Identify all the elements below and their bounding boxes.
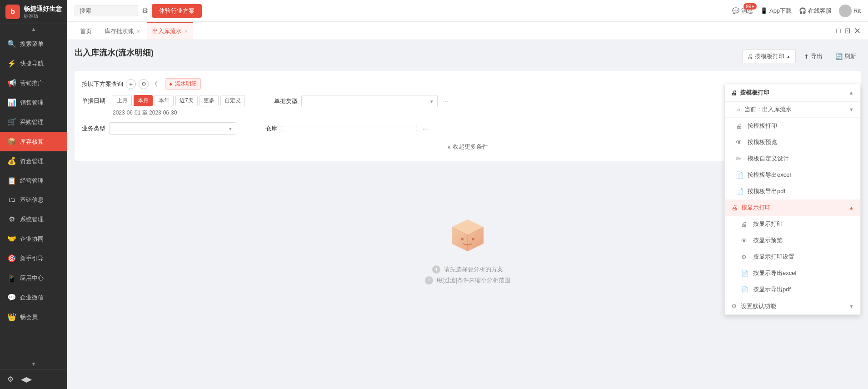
sidebar-item-weixin[interactable]: 💬 企业微信 bbox=[0, 288, 67, 307]
date-btn-last-month[interactable]: 上月 bbox=[113, 95, 132, 106]
display-print-icon: 🖨 bbox=[731, 204, 738, 211]
app-download-label: App下载 bbox=[769, 7, 792, 15]
tab-fullscreen-icon[interactable]: ⊡ bbox=[844, 26, 850, 35]
tab-restore-icon[interactable]: □ bbox=[836, 27, 841, 35]
user-avatar-area[interactable]: Rit bbox=[839, 5, 861, 17]
tabs-bar: 首页 库存批次账 × 出入库流水 × □ ⊡ ✕ bbox=[67, 22, 868, 40]
tab-inventory-flow[interactable]: 出入库流水 × bbox=[147, 22, 193, 40]
help-icon[interactable]: ◀▶ bbox=[21, 375, 32, 384]
sidebar-item-sales[interactable]: 📊 销售管理 bbox=[0, 93, 67, 112]
tab-inventory-flow-close-icon[interactable]: × bbox=[185, 29, 187, 34]
date-filter-group: 上月 本月 本年 近7天 更多 自定义 2023-06-01 至 2023-06… bbox=[113, 95, 245, 117]
warehouse-input[interactable] bbox=[281, 126, 417, 131]
dropdown-template-export-excel[interactable]: 📄 按模板导出excel bbox=[725, 167, 860, 183]
refresh-button[interactable]: 🔄 刷新 bbox=[831, 50, 861, 63]
sidebar-item-inventory[interactable]: 📦 库存核算 bbox=[0, 132, 67, 151]
tab-close-page-icon[interactable]: ✕ bbox=[854, 26, 861, 36]
doc-type-select[interactable] bbox=[301, 95, 438, 107]
sidebar-scroll-down[interactable]: ▼ bbox=[0, 359, 67, 369]
sidebar-item-enterprise[interactable]: 🤝 企业协同 bbox=[0, 229, 67, 249]
dropdown-display-print[interactable]: 🖨 按显示打印 bbox=[725, 216, 860, 232]
date-btn-this-year[interactable]: 本年 bbox=[155, 95, 174, 106]
tab-batch-account-label: 库存批次账 bbox=[105, 27, 134, 35]
warehouse-more-btn[interactable]: ··· bbox=[423, 125, 428, 132]
guide-icon: 🎯 bbox=[7, 254, 16, 263]
dropdown-display-export-excel[interactable]: 📄 按显示导出excel bbox=[725, 265, 860, 281]
sidebar-item-quick-nav[interactable]: ⚡ 快捷导航 bbox=[0, 54, 67, 73]
user-avatar bbox=[839, 5, 852, 17]
scroll-down-btn[interactable]: ▼ bbox=[31, 361, 36, 367]
refresh-label: 刷新 bbox=[844, 52, 856, 60]
quick-nav-icon: ⚡ bbox=[7, 59, 16, 68]
filter-collapse-button[interactable]: 《 bbox=[151, 80, 158, 88]
active-filter-tag: ● 流水明细 bbox=[165, 78, 201, 90]
dropdown-template-preview[interactable]: 👁 按模板预览 bbox=[725, 134, 860, 150]
biz-type-select-wrapper bbox=[109, 122, 236, 135]
collapse-button[interactable]: ∧ 收起更多条件 bbox=[447, 140, 488, 154]
dropdown-display-export-pdf[interactable]: 📄 按显示导出pdf bbox=[725, 281, 860, 298]
message-action[interactable]: 💬 消息 99+ bbox=[732, 7, 753, 15]
footer-chevron-down-icon: ▼ bbox=[849, 304, 854, 309]
filter-search-label: 按以下方案查询 + ⚙ 《 bbox=[82, 79, 158, 89]
app-download-action[interactable]: 📱 App下载 bbox=[760, 7, 792, 15]
sidebar-item-apps[interactable]: 📱 应用中心 bbox=[0, 268, 67, 288]
doc-type-select-wrapper bbox=[301, 95, 438, 107]
purchase-icon: 🛒 bbox=[7, 118, 16, 126]
date-btn-this-month[interactable]: 本月 bbox=[134, 95, 153, 106]
dropdown-display-preview[interactable]: 👁 按显示预览 bbox=[725, 232, 860, 249]
filter-add-button[interactable]: + bbox=[126, 79, 136, 89]
template-excel-icon: 📄 bbox=[736, 171, 744, 179]
online-service-action[interactable]: 🎧 在线客服 bbox=[799, 7, 832, 15]
sidebar-item-vip[interactable]: 👑 畅会员 bbox=[0, 307, 67, 327]
basic-icon: 🗂 bbox=[7, 196, 16, 204]
search-input[interactable] bbox=[75, 5, 138, 16]
date-btn-custom[interactable]: 自定义 bbox=[220, 95, 245, 106]
dropdown-display-print-settings[interactable]: ⚙ 按显示打印设置 bbox=[725, 249, 860, 265]
settings-bottom-icon[interactable]: ⚙ bbox=[7, 375, 14, 384]
empty-state-icon bbox=[445, 213, 490, 258]
sidebar-item-basic[interactable]: 🗂 基础信息 bbox=[0, 190, 67, 209]
template-print-icon: 🖨 bbox=[736, 122, 744, 130]
export-button[interactable]: ⬆ 导出 bbox=[799, 50, 827, 63]
date-btn-more[interactable]: 更多 bbox=[200, 95, 219, 106]
sidebar-item-operations[interactable]: 📋 经营管理 bbox=[0, 171, 67, 190]
display-section-label: 🖨 按显示打印 bbox=[731, 204, 771, 212]
sidebar-item-label: 资金管理 bbox=[20, 157, 44, 165]
date-btn-7days[interactable]: 近7天 bbox=[175, 95, 198, 106]
dropdown-collapse-icon[interactable]: ▲ bbox=[848, 90, 854, 96]
filter-settings-button[interactable]: ⚙ bbox=[139, 79, 149, 89]
sidebar-item-search[interactable]: 🔍 搜索菜单 bbox=[0, 34, 67, 54]
template-print-button[interactable]: 🖨 按模板打印 ▲ bbox=[742, 50, 796, 63]
doc-type-filter: 单据类型 ··· bbox=[274, 95, 449, 107]
sidebar-item-purchase[interactable]: 🛒 采购管理 bbox=[0, 112, 67, 132]
display-print-sub-icon: 🖨 bbox=[741, 221, 749, 228]
sidebar-scroll-up[interactable]: ▲ bbox=[0, 24, 67, 34]
sidebar-item-finance[interactable]: 💰 资金管理 bbox=[0, 151, 67, 171]
tab-batch-close-icon[interactable]: × bbox=[137, 29, 140, 34]
scroll-up-btn[interactable]: ▲ bbox=[31, 26, 36, 32]
empty-hint-1: 1 请先选择要分析的方案 bbox=[432, 265, 503, 274]
dropdown-display-section-header[interactable]: 🖨 按显示打印 ▲ bbox=[725, 199, 860, 216]
dropdown-footer[interactable]: ⚙ 设置默认功能 ▼ bbox=[725, 298, 860, 314]
weixin-icon: 💬 bbox=[7, 293, 16, 302]
warehouse-label: 仓库 bbox=[265, 125, 277, 133]
sidebar-item-label: 销售管理 bbox=[20, 99, 44, 107]
doc-type-more-btn[interactable]: ··· bbox=[443, 98, 449, 105]
biz-type-select[interactable] bbox=[109, 122, 236, 135]
tab-batch-account[interactable]: 库存批次账 × bbox=[99, 22, 145, 40]
tab-home[interactable]: 首页 bbox=[75, 22, 97, 40]
header-settings-icon[interactable]: ⚙ bbox=[142, 6, 148, 15]
dropdown-template-customize[interactable]: ✏ 模板自定义设计 bbox=[725, 150, 860, 167]
biz-type-label: 业务类型 bbox=[82, 125, 105, 133]
sidebar-item-marketing[interactable]: 📢 营销推广 bbox=[0, 73, 67, 93]
export-label: 导出 bbox=[811, 52, 823, 60]
dropdown-current-item[interactable]: 🖨 当前：出入库流水 ▼ bbox=[725, 102, 860, 118]
sidebar-item-system[interactable]: ⚙ 系统管理 bbox=[0, 209, 67, 229]
display-excel-icon: 📄 bbox=[741, 270, 749, 277]
dropdown-template-print[interactable]: 🖨 按模板打印 bbox=[725, 118, 860, 134]
message-badge: 99+ bbox=[743, 3, 757, 10]
dropdown-template-export-pdf[interactable]: 📄 按模板导出pdf bbox=[725, 183, 860, 199]
export-icon: ⬆ bbox=[804, 53, 809, 60]
sidebar-item-guide[interactable]: 🎯 新手引导 bbox=[0, 249, 67, 268]
trial-button[interactable]: 体验行业方案 bbox=[152, 4, 202, 18]
